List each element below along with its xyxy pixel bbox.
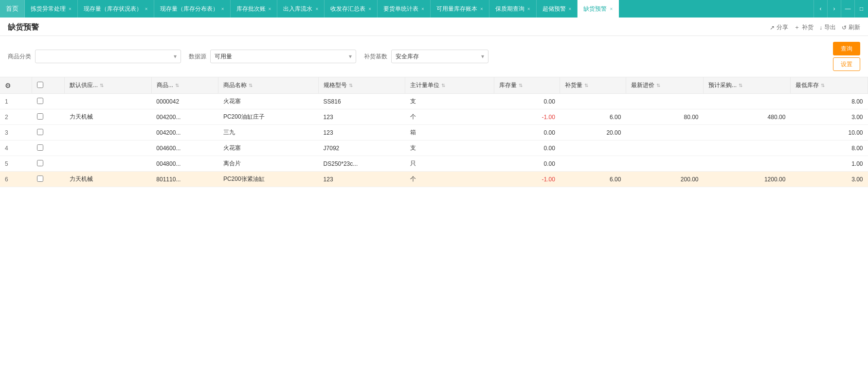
select-all-checkbox[interactable]: [37, 82, 43, 88]
tab-prev-button[interactable]: ‹: [814, 0, 827, 18]
cell-estimated_purchase-3: [704, 141, 791, 156]
row-checkbox-5[interactable]: [37, 176, 43, 182]
row-num: 4: [5, 145, 8, 152]
tab-next-button[interactable]: ›: [827, 0, 841, 18]
datasource-chevron-icon: ▾: [349, 53, 352, 60]
cell-goods_code-0: 0000042: [151, 94, 218, 109]
row-checkbox-3[interactable]: [37, 144, 43, 151]
replenish-select[interactable]: 安全库存 ▾: [391, 50, 488, 63]
sort-icon-unit: ⇅: [441, 83, 445, 88]
tab-close-6[interactable]: ×: [368, 6, 371, 12]
cell-replenish_qty-2: 20.00: [560, 125, 626, 141]
tab-label-4: 库存批次账: [236, 5, 266, 13]
row-checkbox-2[interactable]: [37, 129, 43, 135]
cell-stock-1: -1.00: [494, 109, 560, 125]
tab-item-5[interactable]: 出入库流水×: [277, 0, 325, 18]
table-row: 4004600...火花塞J7092支0.008.00: [0, 141, 868, 156]
tab-close-9[interactable]: ×: [527, 6, 530, 12]
tab-label-9: 保质期查询: [495, 5, 524, 13]
gear-icon[interactable]: ⚙: [5, 82, 11, 89]
tab-close-1[interactable]: ×: [69, 6, 72, 12]
tab-label-0: 首页: [6, 4, 18, 13]
sort-icon-min_stock: ⇅: [821, 83, 825, 88]
tab-label-2: 现存量（库存状况表）: [84, 5, 142, 13]
tab-item-6[interactable]: 收发存汇总表×: [325, 0, 378, 18]
col-header-stock[interactable]: 库存量⇅: [494, 77, 560, 94]
col-header-default_supplier[interactable]: 默认供应...⇅: [65, 77, 152, 94]
cell-unit-1: 个: [405, 109, 494, 125]
cell-spec-2: 123: [319, 125, 405, 141]
header-actions: ↗ 分享 ＋ 补货 ↓ 导出 ↺ 刷新: [770, 23, 860, 32]
cell-latest_price-4: [626, 156, 703, 172]
tab-maximize-button[interactable]: □: [854, 0, 868, 18]
tab-close-8[interactable]: ×: [480, 6, 483, 12]
tab-item-8[interactable]: 可用量库存账本×: [431, 0, 489, 18]
tab-close-10[interactable]: ×: [569, 6, 572, 12]
cell-stock-4: 0.00: [494, 156, 560, 172]
col-header-checkbox: [32, 77, 65, 94]
cell-goods_code-1: 004200...: [151, 109, 218, 125]
tab-close-5[interactable]: ×: [315, 6, 318, 12]
replenish-button[interactable]: ＋ 补货: [794, 23, 814, 32]
row-checkbox-4[interactable]: [37, 160, 43, 166]
tab-item-11[interactable]: 缺货预警×: [578, 0, 619, 18]
cell-spec-4: DS250*23c...: [319, 156, 405, 172]
filter-group-replenish: 补货基数 安全库存 ▾: [364, 50, 488, 63]
refresh-button[interactable]: ↺ 刷新: [842, 23, 860, 32]
cell-default_supplier-4: [65, 156, 152, 172]
cell-stock-0: 0.00: [494, 94, 560, 109]
cell-latest_price-5: 200.00: [626, 172, 703, 187]
tab-close-4[interactable]: ×: [269, 6, 271, 12]
tab-item-0[interactable]: 首页: [0, 0, 25, 18]
tab-item-1[interactable]: 拣货异常处理×: [25, 0, 78, 18]
table-container: ⚙默认供应...⇅商品...⇅商品名称⇅规格型号⇅主计量单位⇅库存量⇅补货量⇅最…: [0, 77, 868, 187]
export-button[interactable]: ↓ 导出: [819, 23, 836, 32]
col-header-spec[interactable]: 规格型号⇅: [319, 77, 405, 94]
cell-default_supplier-5: 力天机械: [65, 172, 152, 187]
cell-latest_price-1: 80.00: [626, 109, 703, 125]
export-icon: ↓: [819, 24, 822, 31]
tab-label-5: 出入库流水: [283, 5, 312, 13]
tab-label-8: 可用量库存账本: [436, 5, 477, 13]
tab-item-9[interactable]: 保质期查询×: [489, 0, 537, 18]
cell-default_supplier-2: [65, 125, 152, 141]
col-header-unit[interactable]: 主计量单位⇅: [405, 77, 494, 94]
tab-item-7[interactable]: 要货单统计表×: [378, 0, 431, 18]
tab-minimize-button[interactable]: —: [841, 0, 854, 18]
tab-close-2[interactable]: ×: [145, 6, 148, 12]
cell-estimated_purchase-2: [704, 125, 791, 141]
tab-item-3[interactable]: 现存量（库存分布表）×: [154, 0, 231, 18]
col-header-settings: ⚙: [0, 77, 32, 94]
col-header-estimated_purchase[interactable]: 预计采购...⇅: [704, 77, 791, 94]
col-header-min_stock[interactable]: 最低库存⇅: [790, 77, 868, 94]
cell-settings-1: 2: [0, 109, 32, 125]
settings-button[interactable]: 设置: [833, 57, 860, 71]
category-label: 商品分类: [8, 53, 31, 61]
tab-item-4[interactable]: 库存批次账×: [231, 0, 278, 18]
table-row: 5004800...离合片DS250*23c...只0.001.00: [0, 156, 868, 172]
query-button[interactable]: 查询: [833, 42, 860, 55]
tab-item-10[interactable]: 超储预警×: [537, 0, 578, 18]
col-header-latest_price[interactable]: 最新进价⇅: [626, 77, 703, 94]
tab-close-11[interactable]: ×: [610, 6, 613, 12]
row-checkbox-1[interactable]: [37, 113, 43, 120]
row-checkbox-0[interactable]: [37, 98, 43, 104]
cell-spec-5: 123: [319, 172, 405, 187]
sort-icon-goods_code: ⇅: [175, 83, 179, 88]
cell-checkbox-4: [32, 156, 65, 172]
tab-label-7: 要货单统计表: [383, 5, 418, 13]
tab-item-2[interactable]: 现存量（库存状况表）×: [78, 0, 154, 18]
col-header-goods_name[interactable]: 商品名称⇅: [218, 77, 319, 94]
cell-goods_code-5: 801110...: [151, 172, 218, 187]
cell-spec-1: 123: [319, 109, 405, 125]
col-header-replenish_qty[interactable]: 补货量⇅: [560, 77, 626, 94]
category-select[interactable]: ▾: [35, 50, 181, 63]
table-row: 10000042火花塞SS816支0.008.00: [0, 94, 868, 109]
row-num: 6: [5, 176, 8, 183]
datasource-select[interactable]: 可用量 ▾: [210, 50, 356, 63]
share-button[interactable]: ↗ 分享: [770, 23, 788, 32]
tab-close-7[interactable]: ×: [421, 6, 424, 12]
cell-checkbox-1: [32, 109, 65, 125]
col-header-goods_code[interactable]: 商品...⇅: [151, 77, 218, 94]
tab-close-3[interactable]: ×: [221, 6, 224, 12]
